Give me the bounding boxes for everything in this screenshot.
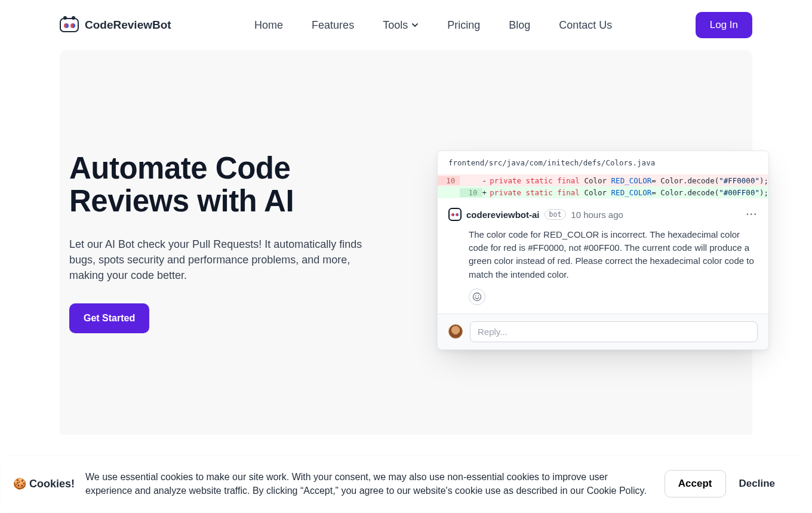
cookie-banner: 🍪 Cookies! We use essential cookies to m…	[1, 456, 811, 512]
cookie-text: We use essential cookies to make our sit…	[85, 470, 654, 498]
get-started-button[interactable]: Get Started	[69, 303, 149, 333]
bot-badge: bot	[545, 209, 567, 220]
cookie-actions: Accept Decline	[665, 470, 775, 497]
diff-line-removed: 10 - private static final Color RED_COLO…	[438, 174, 768, 186]
user-avatar-icon[interactable]	[448, 324, 463, 339]
nav-tools-label: Tools	[383, 19, 408, 32]
comment-header: codereviewbot-ai bot 10 hours ago ···	[448, 208, 758, 221]
nav-blog-label: Blog	[509, 19, 530, 32]
brand-name: CodeReviewBot	[85, 19, 171, 32]
nav-features-label: Features	[312, 19, 354, 32]
brand[interactable]: CodeReviewBot	[60, 18, 171, 32]
nav-tools[interactable]: Tools	[383, 19, 419, 32]
hero-headline: Automate Code Reviews with AI	[69, 152, 370, 217]
nav-home[interactable]: Home	[254, 19, 283, 32]
nav-links: Home Features Tools Pricing Blog Contact…	[254, 19, 612, 32]
hero-subhead: Let our AI Bot check your Pull Requests!…	[69, 236, 365, 283]
bot-logo-icon	[60, 18, 79, 32]
cookie-decline-button[interactable]: Decline	[739, 478, 775, 490]
nav-pricing[interactable]: Pricing	[447, 19, 480, 32]
nav-features[interactable]: Features	[312, 19, 354, 32]
hero-copy: Automate Code Reviews with AI Let our AI…	[60, 152, 370, 333]
comment-body: The color code for RED_COLOR is incorrec…	[469, 228, 758, 281]
chevron-down-icon	[411, 21, 419, 29]
diff-line-added: 10 + private static final Color RED_COLO…	[438, 186, 768, 198]
diff-sign: +	[482, 188, 490, 197]
svg-point-2	[478, 295, 479, 296]
login-button[interactable]: Log In	[696, 12, 752, 38]
code-review-card: frontend/src/java/com/initech/defs/Color…	[437, 150, 769, 350]
file-path: frontend/src/java/com/initech/defs/Color…	[438, 151, 768, 174]
hero-section: Automate Code Reviews with AI Let our AI…	[60, 50, 752, 435]
svg-point-1	[475, 295, 476, 296]
nav-contact-label: Contact Us	[559, 19, 612, 32]
nav-blog[interactable]: Blog	[509, 19, 530, 32]
nav-contact[interactable]: Contact Us	[559, 19, 612, 32]
comment-author[interactable]: codereviewbot-ai	[466, 210, 540, 220]
cookie-accept-button[interactable]: Accept	[665, 470, 726, 497]
reply-input[interactable]	[470, 321, 758, 342]
bot-avatar-icon	[448, 208, 462, 221]
line-number-new: 10	[460, 188, 482, 197]
smiley-icon	[472, 292, 482, 302]
diff-sign: -	[482, 176, 490, 185]
nav-home-label: Home	[254, 19, 283, 32]
line-number-old: 10	[438, 176, 460, 185]
nav-pricing-label: Pricing	[447, 19, 480, 32]
navbar: CodeReviewBot Home Features Tools Pricin…	[0, 0, 812, 50]
cookie-title: 🍪 Cookies!	[13, 477, 75, 490]
comment-menu-icon[interactable]: ···	[746, 209, 758, 220]
svg-point-0	[473, 293, 481, 300]
comment-timestamp: 10 hours ago	[571, 210, 623, 220]
add-reaction-button[interactable]	[469, 288, 485, 305]
review-comment: codereviewbot-ai bot 10 hours ago ··· Th…	[438, 198, 768, 314]
reply-row	[438, 314, 768, 349]
